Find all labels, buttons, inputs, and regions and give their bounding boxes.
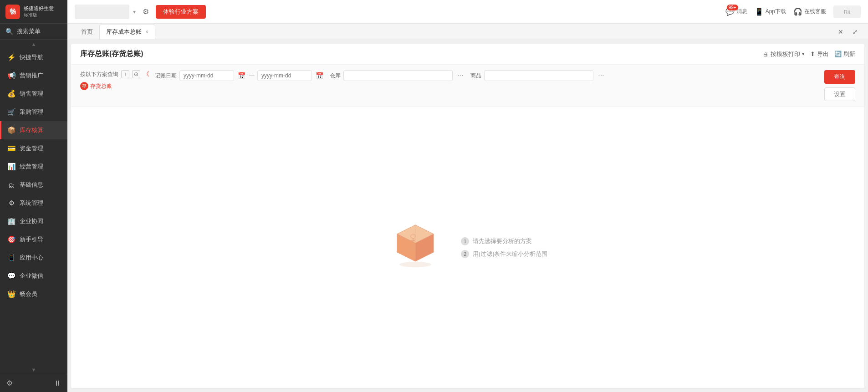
enterprise-icon: 🏢 [7,217,16,225]
hint-1-text: 请先选择要分析的方案 [473,237,532,245]
sidebar-item-label: 应用中心 [20,254,43,262]
empty-text: 1 请先选择要分析的方案 2 用[过滤]条件来缩小分析范围 [461,237,547,258]
svg-point-4 [399,262,431,267]
sidebar-item-marketing[interactable]: 📢 营销推广 [0,66,67,85]
sidebar-nav: ⚡ 快捷导航 📢 营销推广 💰 销售管理 🛒 采购管理 📦 库存核算 💳 资金管… [0,48,67,365]
warehouse-more-btn[interactable]: ··· [455,71,465,80]
tab-home-label: 首页 [81,28,93,36]
sidebar-item-newbie[interactable]: 🎯 新手引导 [0,230,67,249]
export-btn[interactable]: ⬆ 导出 [810,50,829,58]
marketing-icon: 📢 [7,71,16,80]
sidebar-item-member[interactable]: 👑 畅会员 [0,285,67,303]
industry-btn[interactable]: 体验行业方案 [156,5,206,19]
tab-home[interactable]: 首页 [75,25,99,39]
warehouse-input[interactable] [343,70,453,81]
filter-scheme-panel: 按以下方案查询 + ⊙ 《 存 存货总账 [80,70,149,90]
scroll-down-area: ▼ [0,365,67,374]
tab-close-icon[interactable]: × [145,29,148,35]
message-badge: 99+ [727,5,738,10]
sidebar-item-enterprise[interactable]: 🏢 企业协同 [0,212,67,230]
search-icon: 🔍 [5,28,13,35]
page-area: 库存总账(存货总账) 🖨 按模板打印 ▾ ⬆ 导出 🔄 刷新 [71,44,864,388]
hint-2-num: 2 [461,250,469,258]
filter-add-btn[interactable]: + [121,70,129,78]
online-support-label: 在线客服 [804,8,826,15]
hint-2-text: 用[过滤]条件来缩小分析范围 [473,250,547,258]
sidebar-item-purchase[interactable]: 🛒 采购管理 [0,103,67,121]
search-btn[interactable]: 查询 [824,70,855,84]
sidebar-item-system[interactable]: ⚙ 系统管理 [0,194,67,212]
tab-right-controls: ✕ ⤢ [835,26,861,37]
sidebar-item-wechat[interactable]: 💬 企业微信 [0,267,67,285]
empty-hint-2: 2 用[过滤]条件来缩小分析范围 [461,250,547,258]
refresh-icon: 🔄 [834,51,842,57]
sidebar-item-label: 销售管理 [20,90,43,98]
warehouse-label: 仓库 [330,72,341,80]
filter-group-warehouse: 仓库 ··· [330,70,465,81]
scheme-icon: 存 [80,82,88,90]
message-action[interactable]: 💬 99+ 消息 [725,7,747,16]
sidebar-item-label: 企业协同 [20,217,43,225]
date-start-calendar-btn[interactable]: 📅 [237,72,246,79]
tab-inventory-ledger[interactable]: 库存成本总账 × [99,25,155,39]
filter-settings-btn[interactable]: 设置 [824,87,855,101]
date-end-input[interactable] [257,70,312,81]
sidebar-item-label: 经营管理 [20,163,43,171]
sidebar-item-label: 基础信息 [20,181,43,189]
app-download-label: App下载 [766,8,786,15]
sidebar-item-label: 库存核算 [20,126,43,134]
filter-group-date: 记账日期 📅 — 📅 [155,70,324,81]
tab-close-all-btn[interactable]: ✕ [835,26,846,37]
sidebar-item-operation[interactable]: 📊 经营管理 [0,158,67,176]
hint-1-num: 1 [461,237,469,245]
product-more-btn[interactable]: ··· [596,71,606,80]
sidebar-item-basic-info[interactable]: 🗂 基础信息 [0,176,67,194]
sidebar-item-quick-nav[interactable]: ⚡ 快捷导航 [0,48,67,66]
sidebar-item-label: 资金管理 [20,144,43,153]
date-end-calendar-btn[interactable]: 📅 [315,72,324,79]
sidebar-item-label: 采购管理 [20,108,43,116]
sidebar-item-finance[interactable]: 💳 资金管理 [0,139,67,158]
settings-footer-icon[interactable]: ⚙ [6,379,13,387]
filter-scheme-item[interactable]: 存 存货总账 [80,82,149,90]
system-icon: ⚙ [7,199,16,207]
sidebar-item-sales[interactable]: 💰 销售管理 [0,85,67,103]
volume-footer-icon[interactable]: ⏸ [54,379,61,387]
main-content: ▾ ⚙ 体验行业方案 💬 99+ 消息 📱 App下载 🎧 在线客服 Rit [67,0,868,392]
date-label: 记账日期 [155,72,177,80]
print-btn[interactable]: 🖨 按模板打印 ▾ [763,50,805,58]
topbar-settings-btn[interactable]: ⚙ [139,5,152,18]
search-menu-label: 搜索菜单 [17,27,41,36]
sidebar-item-label: 营销推广 [20,71,43,80]
sidebar-item-app-center[interactable]: 📱 应用中心 [0,249,67,267]
topbar-right: 💬 99+ 消息 📱 App下载 🎧 在线客服 Rit [725,5,861,18]
scroll-up-icon[interactable]: ▲ [31,41,36,47]
print-arrow-icon: ▾ [802,51,805,57]
filter-collapse-btn[interactable]: 《 [143,70,149,78]
topbar-dropdown-arrow[interactable]: ▾ [133,9,136,15]
product-input[interactable] [484,70,593,81]
filter-label-text: 按以下方案查询 [80,71,118,78]
online-support-action[interactable]: 🎧 在线客服 [793,7,826,16]
app-download-action[interactable]: 📱 App下载 [755,7,786,16]
scroll-up-area: ▲ [0,40,67,48]
search-menu[interactable]: 🔍 搜索菜单 [0,24,67,40]
tab-expand-btn[interactable]: ⤢ [850,26,861,37]
date-start-input[interactable] [179,70,234,81]
filter-bar: 按以下方案查询 + ⊙ 《 存 存货总账 记账日期 📅 — [71,65,864,107]
refresh-label: 刷新 [843,50,855,58]
product-label: 商品 [470,72,481,80]
purchase-icon: 🛒 [7,108,16,116]
filter-minus-btn[interactable]: ⊙ [132,70,140,78]
finance-icon: 💳 [7,144,16,153]
topbar-user[interactable]: Rit [833,5,861,18]
page-header-actions: 🖨 按模板打印 ▾ ⬆ 导出 🔄 刷新 [763,50,855,58]
sidebar-item-label: 畅会员 [20,290,37,298]
operation-icon: 📊 [7,163,16,171]
scroll-down-icon[interactable]: ▼ [31,367,36,372]
sidebar-item-inventory[interactable]: 📦 库存核算 [0,121,67,139]
refresh-btn[interactable]: 🔄 刷新 [834,50,855,58]
empty-illustration [388,220,443,275]
printer-icon: 🖨 [763,51,769,57]
logo-sub: 标准版 [24,12,54,18]
